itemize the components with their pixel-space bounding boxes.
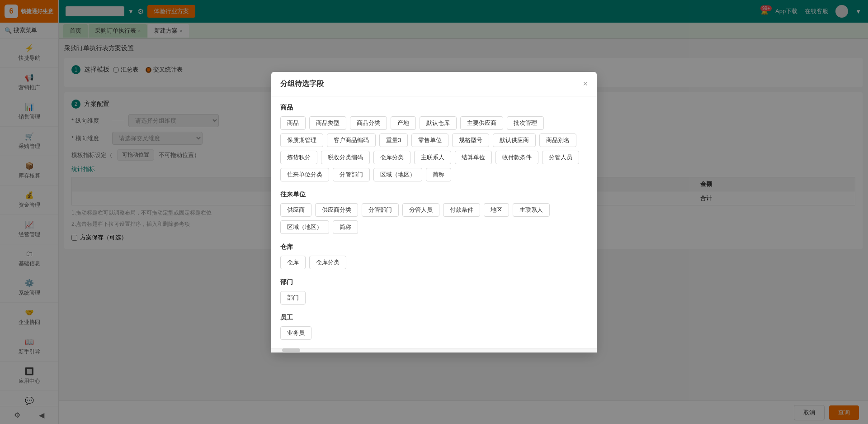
- field-select-modal: 分组待选字段 × 商品 商品 商品类型 商品分类 产地 默认仓库 主要供应商 批…: [271, 72, 597, 353]
- field-section-goods: 商品 商品 商品类型 商品分类 产地 默认仓库 主要供应商 批次管理 保质期管理…: [280, 104, 588, 181]
- field-tag-goods-category[interactable]: 商品分类: [350, 116, 387, 130]
- field-tag-default-warehouse[interactable]: 默认仓库: [420, 116, 457, 130]
- field-tag-dept[interactable]: 部门: [280, 291, 306, 305]
- field-tag-refining-points[interactable]: 炼货积分: [280, 151, 317, 164]
- field-tag-partner-dept[interactable]: 分管部门: [362, 203, 399, 217]
- field-tag-origin[interactable]: 产地: [391, 116, 416, 130]
- field-tag-region[interactable]: 区域（地区）: [373, 168, 422, 181]
- field-tag-payment-condition[interactable]: 付款条件: [443, 203, 480, 217]
- field-tag-batch-mgmt[interactable]: 批次管理: [507, 116, 544, 130]
- field-tags-partner: 供应商 供应商分类 分管部门 分管人员 付款条件 地区 主联系人 区域（地区） …: [280, 203, 588, 234]
- field-tag-shelf-life[interactable]: 保质期管理: [280, 133, 323, 147]
- field-tag-main-contact[interactable]: 主联系人: [414, 151, 451, 164]
- field-section-partner: 往来单位 供应商 供应商分类 分管部门 分管人员 付款条件 地区 主联系人 区域…: [280, 191, 588, 234]
- field-tag-goods[interactable]: 商品: [280, 116, 306, 130]
- field-tag-payment-terms[interactable]: 收付款条件: [495, 151, 538, 164]
- field-tags-goods: 商品 商品类型 商品分类 产地 默认仓库 主要供应商 批次管理 保质期管理 客户…: [280, 116, 588, 181]
- field-tags-warehouse: 仓库 仓库分类: [280, 256, 588, 269]
- field-tag-supplier-category[interactable]: 供应商分类: [315, 203, 358, 217]
- field-section-warehouse: 仓库 仓库 仓库分类: [280, 243, 588, 269]
- field-tags-dept: 部门: [280, 291, 588, 305]
- field-tag-spec-model[interactable]: 规格型号: [452, 133, 489, 147]
- section-title-dept: 部门: [280, 278, 588, 286]
- field-tag-partner-category[interactable]: 往来单位分类: [280, 168, 329, 181]
- field-tag-short-name[interactable]: 简称: [426, 168, 451, 181]
- field-tag-goods-alias[interactable]: 商品别名: [539, 133, 576, 147]
- field-tag-warehouse-category[interactable]: 仓库分类: [373, 151, 410, 164]
- field-section-staff: 员工 业务员: [280, 314, 588, 340]
- field-tag-tax-code[interactable]: 税收分类编码: [321, 151, 370, 164]
- field-tag-area[interactable]: 地区: [484, 203, 509, 217]
- modal-body: 商品 商品 商品类型 商品分类 产地 默认仓库 主要供应商 批次管理 保质期管理…: [271, 96, 597, 348]
- modal-hscrollbar[interactable]: [271, 348, 597, 353]
- field-tag-partner-person[interactable]: 分管人员: [402, 203, 439, 217]
- section-title-partner: 往来单位: [280, 191, 588, 199]
- section-title-staff: 员工: [280, 314, 588, 322]
- field-tag-default-supplier[interactable]: 默认供应商: [493, 133, 536, 147]
- field-tag-supervisor-dept[interactable]: 分管部门: [333, 168, 370, 181]
- field-tag-weight3[interactable]: 重量3: [379, 133, 408, 147]
- field-tag-customer-code[interactable]: 客户商品编码: [327, 133, 376, 147]
- field-tag-supervisor[interactable]: 分管人员: [542, 151, 579, 164]
- field-tag-partner-contact[interactable]: 主联系人: [513, 203, 550, 217]
- field-tag-partner-short[interactable]: 简称: [333, 220, 358, 234]
- section-title-warehouse: 仓库: [280, 243, 588, 251]
- field-tag-supplier[interactable]: 供应商: [280, 203, 311, 217]
- field-tag-partner-region[interactable]: 区域（地区）: [280, 220, 329, 234]
- field-tag-main-supplier[interactable]: 主要供应商: [460, 116, 503, 130]
- modal-hscroll-thumb[interactable]: [282, 348, 300, 352]
- field-tag-salesperson[interactable]: 业务员: [280, 326, 311, 340]
- modal-close-btn[interactable]: ×: [583, 79, 588, 89]
- field-tag-retail-unit[interactable]: 零售单位: [411, 133, 448, 147]
- field-tag-settlement-unit[interactable]: 结算单位: [455, 151, 492, 164]
- field-tags-staff: 业务员: [280, 326, 588, 340]
- field-tag-goods-type[interactable]: 商品类型: [309, 116, 346, 130]
- section-title-goods: 商品: [280, 104, 588, 112]
- modal-overlay: 分组待选字段 × 商品 商品 商品类型 商品分类 产地 默认仓库 主要供应商 批…: [0, 0, 868, 424]
- field-tag-warehouse[interactable]: 仓库: [280, 256, 306, 269]
- field-tag-warehouse-cat[interactable]: 仓库分类: [309, 256, 346, 269]
- modal-title: 分组待选字段: [280, 79, 324, 89]
- modal-header: 分组待选字段 ×: [271, 72, 597, 96]
- field-section-dept: 部门 部门: [280, 278, 588, 305]
